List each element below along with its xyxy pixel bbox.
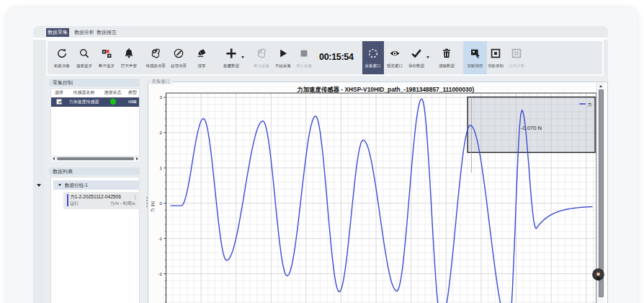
sensor-col-1: 传感器名称: [67, 89, 101, 96]
zero-label: 清零: [198, 63, 206, 69]
dashed-circle-icon: [367, 48, 379, 59]
sensor-col-0: 选择: [51, 89, 67, 96]
zero-button[interactable]: 清零: [187, 41, 216, 74]
group-expand-icon[interactable]: [58, 184, 61, 186]
elapsed-timer: 00:15:54: [319, 52, 354, 62]
single-point-icon: [256, 48, 267, 59]
eye-icon: [389, 48, 401, 59]
data-item-title: 力1-2-20251112-042506: [70, 194, 121, 201]
sensor-name: 力加速度传感器: [67, 99, 101, 105]
sensor-col-3: 类型: [125, 89, 140, 96]
formula-calc-button[interactable]: 公式计算: [502, 41, 531, 74]
search-bluetooth-label: 搜索蓝牙: [76, 63, 92, 69]
vscroll-up-arrow-icon[interactable]: [599, 85, 602, 87]
sensor-table-row[interactable]: 力加速度传感器USB: [51, 97, 139, 107]
check-icon: [411, 48, 422, 59]
sensor-table-hscrollbar[interactable]: [50, 157, 140, 162]
trash-icon: [441, 48, 452, 59]
app-root: 数据采集数据分析数据报告 刷新设备搜索蓝牙断开蓝牙打开声音传感器设置处理设置清零…: [0, 0, 644, 303]
status-dot-icon: [110, 99, 116, 105]
sensor-icon: [150, 48, 161, 59]
stop-collect-button[interactable]: 停止采集: [290, 41, 318, 74]
plus-icon: [225, 48, 237, 59]
open-sound-label: 打开声音: [121, 63, 137, 69]
single-point-label: 单点采集: [254, 63, 269, 69]
selection-value-label: -0.070 N: [520, 124, 541, 131]
y-tick-label: -1: [158, 235, 162, 240]
data-item-axes: 力/N－时间/s: [110, 201, 135, 207]
hscroll-left-arrow-icon[interactable]: [53, 157, 55, 160]
sensor-table-header: 选择传感器名称连接状态类型: [51, 89, 139, 97]
kebab-menu-icon[interactable]: ⋮: [133, 195, 138, 201]
tab-report[interactable]: 数据报告: [97, 28, 117, 38]
toolbar: 刷新设备搜索蓝牙断开蓝牙打开声音传感器设置处理设置清零新建数据单点采集开始采集停…: [46, 40, 604, 76]
save-data-button[interactable]: 保存数据: [402, 41, 431, 74]
eraser-icon: [196, 48, 207, 59]
y-axis-title: 力 [N]: [150, 201, 155, 212]
record-window-icon: [490, 48, 501, 59]
stop-collect-label: 停止采集: [296, 63, 312, 69]
hscroll-right-arrow-icon[interactable]: [136, 157, 138, 160]
hscroll-thumb[interactable]: [57, 157, 134, 160]
play-icon: [277, 48, 289, 59]
y-tick-label: 3: [159, 95, 162, 100]
sensor-col-2: 连接状态: [101, 89, 125, 96]
collect-control-title: 采集控制: [53, 80, 73, 85]
data-run-item[interactable]: 力1-2-20251112-042506 运行 力/N－时间/s ⋮: [63, 192, 140, 209]
snapshot-icon: [470, 48, 481, 59]
clear-data-label: 清除数据: [439, 63, 455, 69]
new-data-label: 新建数据: [223, 63, 239, 69]
refresh-icon: [56, 48, 68, 59]
data-item-color-bar: [67, 194, 68, 206]
stop-icon: [298, 48, 310, 59]
formula-calc-label: 公式计算: [509, 63, 524, 69]
assistant-avatar-button[interactable]: [592, 268, 604, 281]
y-tick-label: 2: [159, 130, 162, 135]
formula-window-icon: [511, 48, 522, 59]
search-icon: [79, 48, 90, 59]
data-list-header: 数据列表: [49, 167, 140, 176]
caret-down-icon[interactable]: [241, 56, 244, 58]
tab-analysis[interactable]: 数据分析: [74, 28, 94, 38]
y-tick-label: 0: [159, 200, 162, 205]
avatar-icon: [592, 268, 604, 281]
sensor-table-body: 选择传感器名称连接状态类型力加速度传感器USB: [50, 88, 140, 157]
chart-plot[interactable]: -0.070 N3210-1-2力 [N]力加速度传感器 - XHSP-V10H…: [148, 82, 607, 303]
experiment-record-label: 实验录制: [488, 63, 504, 69]
preview-window-label: 预览窗口: [387, 63, 403, 69]
collect-window-label: 采集窗口: [365, 63, 381, 69]
clear-data-button[interactable]: 清除数据: [432, 41, 461, 74]
data-group-label: 数据分组-1: [65, 180, 88, 190]
pen-circle-icon: [173, 48, 184, 59]
open-sound-button[interactable]: 打开声音: [115, 41, 143, 74]
data-list-title: 数据列表: [53, 169, 73, 174]
collect-control-header: 采集控制: [49, 79, 140, 87]
data-group-row[interactable]: 数据分组-1: [53, 180, 140, 190]
refresh-devices-label: 刷新设备: [54, 63, 70, 69]
y-tick-label: 1: [159, 165, 162, 170]
legend-label: 力: [587, 101, 591, 106]
disconnect-bluetooth-label: 断开蓝牙: [99, 63, 115, 69]
window-card: 数据采集数据分析数据报告 刷新设备搜索蓝牙断开蓝牙打开声音传感器设置处理设置清零…: [6, 6, 638, 303]
bell-icon: [123, 48, 135, 59]
sensor-settings-label: 传感器设置: [146, 63, 166, 69]
caret-down-icon[interactable]: [426, 56, 429, 58]
process-settings-label: 处理设置: [171, 63, 187, 69]
sensor-type: USB: [125, 100, 140, 104]
y-tick-label: -2: [158, 271, 162, 276]
start-collect-label: 开始采集: [275, 63, 291, 69]
save-data-label: 保存数据: [408, 63, 424, 69]
tab-collect[interactable]: 数据采集: [46, 28, 69, 38]
sidebar-collapse-icon[interactable]: [37, 184, 41, 187]
chart-title: 力加速度传感器 - XHSP-V10HID_path_-1981348857_1…: [296, 86, 474, 93]
sensor-checkbox[interactable]: [56, 99, 62, 105]
data-item-status: 运行: [70, 201, 79, 207]
bluetooth-off-icon: [101, 48, 112, 59]
new-data-button[interactable]: 新建数据: [217, 41, 246, 74]
vscroll-thumb[interactable]: [599, 89, 604, 297]
